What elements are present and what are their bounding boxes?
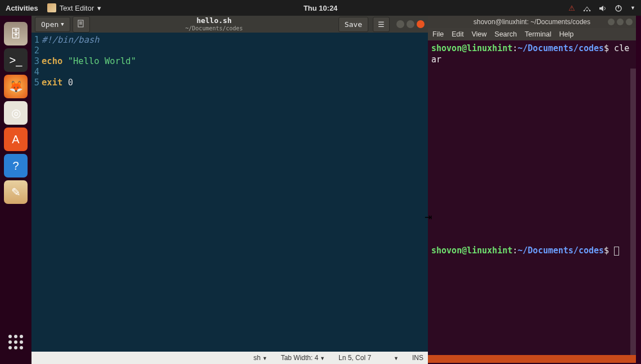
maximize-button[interactable] [407, 20, 414, 28]
new-document-button[interactable] [73, 16, 90, 33]
app-menu-label: Text Editor [60, 4, 94, 12]
menu-view[interactable]: View [472, 30, 487, 38]
network-icon [583, 3, 591, 12]
close-button[interactable] [626, 19, 633, 25]
terminal-body[interactable]: shovon@linuxhint:~/Documents/codes$ cle … [428, 40, 636, 363]
terminal-line: shovon@linuxhint:~/Documents/codes$ cle [431, 43, 633, 54]
app-menu[interactable]: Text Editor ▾ [47, 3, 101, 12]
close-button[interactable] [417, 20, 425, 28]
terminal-cursor [614, 247, 619, 256]
editor-textarea[interactable]: 1#!/bin/bash23echo "Hello World"45exit 0 [31, 33, 428, 352]
terminal-line: ar [431, 54, 633, 65]
resize-cursor-icon: ⇥ [425, 212, 432, 222]
menu-search[interactable]: Search [495, 30, 517, 38]
prompt-user: shovon@linuxhint [431, 245, 513, 256]
maximize-button[interactable] [617, 19, 624, 25]
menu-edit[interactable]: Edit [452, 30, 464, 38]
tabwidth-selector[interactable]: Tab Width: 4▼ [281, 354, 325, 362]
title-area: hello.sh ~/Documents/codes [90, 17, 338, 31]
launcher-terminal[interactable]: >_ [4, 48, 28, 72]
launcher-help[interactable]: ? [4, 154, 28, 178]
prompt-path: ~/Documents/codes [518, 43, 604, 53]
language-selector[interactable]: sh▼ [254, 354, 268, 362]
code-line: 4 [31, 67, 428, 78]
show-apps-button[interactable] [4, 330, 28, 354]
app-menu-icon [47, 3, 56, 12]
system-tray[interactable]: ⚠ ▼ [568, 3, 635, 12]
power-icon [615, 3, 622, 12]
chevron-down-icon: ▼ [630, 5, 635, 11]
activities-button[interactable]: Activities [6, 4, 38, 12]
code-line: 2 [31, 46, 428, 56]
terminal-title: shovon@linuxhint: ~/Documents/codes [473, 18, 590, 26]
launcher-firefox[interactable]: 🦊 [4, 75, 28, 98]
code-content: #!/bin/bash [42, 35, 100, 46]
hamburger-menu-button[interactable]: ☰ [373, 17, 390, 32]
terminal-line: shovon@linuxhint:~/Documents/codes$ [431, 245, 633, 256]
launcher-software[interactable]: A [4, 128, 28, 151]
svg-point-1 [586, 10, 588, 11]
code-line: 3echo "Hello World" [31, 56, 428, 67]
menu-terminal[interactable]: Terminal [525, 30, 551, 38]
prompt-user: shovon@linuxhint [431, 43, 513, 53]
menu-file[interactable]: File [432, 30, 444, 38]
code-line: 1#!/bin/bash [31, 35, 428, 46]
terminal-titlebar: shovon@linuxhint: ~/Documents/codes [428, 16, 636, 28]
bottom-accent [428, 355, 636, 363]
insert-mode[interactable]: INS [412, 354, 423, 362]
terminal-command: cle [609, 43, 629, 53]
code-line: 5exit 0 [31, 78, 428, 88]
line-number: 1 [31, 35, 42, 46]
hamburger-icon: ☰ [378, 20, 385, 29]
svg-rect-5 [78, 20, 83, 27]
dock: 🗄>_🦊◎A?✎ [0, 16, 31, 364]
volume-icon [599, 3, 607, 12]
menu-help[interactable]: Help [559, 30, 574, 38]
open-button[interactable]: Open ▼ [35, 17, 70, 32]
code-content: echo "Hello World" [42, 56, 136, 67]
filepath: ~/Documents/codes [90, 25, 338, 31]
line-number: 3 [31, 56, 42, 67]
clock[interactable]: Thu 10:24 [304, 4, 338, 12]
filename: hello.sh [90, 17, 338, 25]
text-editor-window: Open ▼ hello.sh ~/Documents/codes Save ☰… [31, 16, 428, 364]
line-number: 2 [31, 46, 42, 56]
terminal-menubar: FileEditViewSearchTerminalHelp [428, 28, 636, 40]
chevron-down-icon: ▾ [97, 4, 101, 12]
top-panel: Activities Text Editor ▾ Thu 10:24 ⚠ ▼ [0, 0, 641, 16]
terminal-scrollbar[interactable] [630, 69, 636, 357]
prompt-path: ~/Documents/codes [518, 245, 604, 256]
terminal-window: shovon@linuxhint: ~/Documents/codes File… [428, 16, 636, 363]
launcher-rhythmbox[interactable]: ◎ [4, 101, 28, 125]
grid-icon [8, 335, 23, 349]
minimize-button[interactable] [396, 20, 404, 28]
launcher-gedit[interactable]: ✎ [4, 180, 28, 204]
cursor-position[interactable]: Ln 5, Col 7▼ [338, 354, 399, 362]
editor-headerbar: Open ▼ hello.sh ~/Documents/codes Save ☰ [31, 16, 428, 33]
minimize-button[interactable] [608, 19, 615, 25]
code-content: exit 0 [42, 78, 73, 88]
save-button[interactable]: Save [338, 17, 368, 32]
warning-icon: ⚠ [568, 4, 575, 12]
open-label: Open [41, 20, 58, 29]
launcher-files[interactable]: 🗄 [4, 22, 28, 46]
document-icon [78, 20, 85, 29]
chevron-down-icon: ▼ [61, 21, 64, 27]
line-number: 5 [31, 78, 42, 88]
editor-statusbar: sh▼ Tab Width: 4▼ Ln 5, Col 7▼ INS [31, 352, 428, 364]
line-number: 4 [31, 67, 42, 78]
